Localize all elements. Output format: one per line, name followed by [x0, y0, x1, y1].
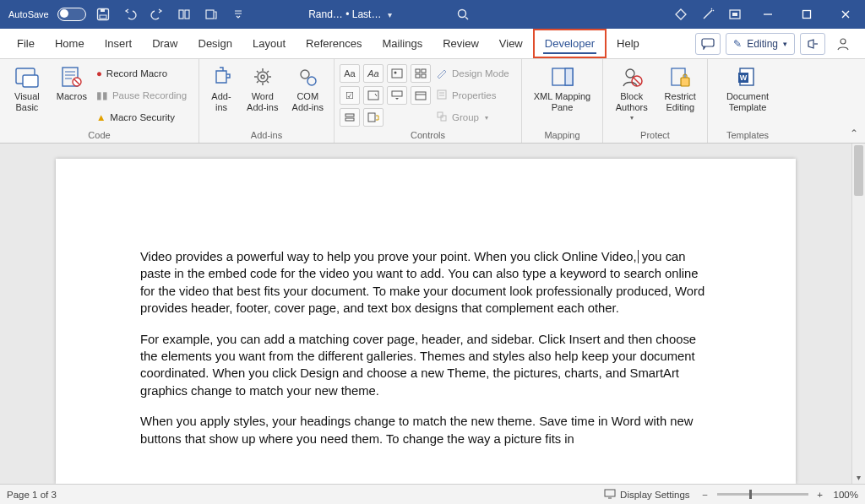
svg-rect-10 [702, 39, 714, 46]
record-macro-button[interactable]: ● Record Macro [95, 64, 193, 83]
design-mode-button[interactable]: Design Mode [434, 64, 516, 83]
scroll-down-icon[interactable]: ▾ [852, 470, 865, 484]
diamond-icon[interactable] [667, 0, 694, 29]
display-settings-button[interactable]: Display Settings [604, 489, 689, 501]
tab-references[interactable]: References [296, 29, 372, 58]
group-addins: Add- ins Word Add-ins COM Add-ins Add-in… [199, 59, 335, 143]
display-settings-icon [604, 489, 616, 501]
svg-point-37 [626, 69, 634, 78]
svg-rect-24 [416, 74, 420, 78]
tab-insert[interactable]: Insert [95, 29, 143, 58]
status-bar: Page 1 of 3 Display Settings − + 100% [0, 484, 865, 504]
ribbon-developer: Visual Basic Macros ● Record Macro ▮▮ Pa… [0, 59, 865, 144]
maximize-button[interactable] [787, 0, 826, 29]
document-template-button[interactable]: W Document Template [718, 62, 777, 112]
svg-rect-31 [368, 113, 375, 122]
comments-button[interactable] [695, 33, 721, 55]
document-page[interactable]: Video provides a powerful way to help yo… [56, 159, 796, 484]
group-mapping: XML Mapping Pane Mapping [522, 59, 603, 143]
control-repeating-icon[interactable] [340, 108, 360, 127]
svg-rect-25 [422, 74, 426, 78]
autosave-toggle[interactable] [57, 8, 86, 21]
block-authors-button[interactable]: Block Authors ▾ [608, 62, 655, 122]
pencil-icon: ✎ [733, 38, 742, 50]
page-indicator[interactable]: Page 1 of 3 [7, 490, 57, 500]
svg-point-17 [261, 75, 264, 79]
svg-rect-30 [345, 118, 354, 121]
svg-rect-5 [206, 10, 214, 19]
zoom-level[interactable]: 100% [834, 490, 858, 500]
tab-help[interactable]: Help [607, 29, 650, 58]
tab-draw[interactable]: Draw [142, 29, 188, 58]
visual-basic-icon [12, 64, 42, 89]
com-addins-button[interactable]: COM Add-ins [286, 62, 329, 112]
design-mode-icon [436, 67, 448, 80]
xml-mapping-icon [547, 64, 578, 89]
svg-rect-26 [368, 91, 378, 100]
para-2: For example, you can add a matching cove… [140, 331, 711, 400]
redo-icon[interactable] [144, 0, 171, 29]
svg-text:W: W [740, 73, 748, 82]
properties-icon [436, 89, 448, 102]
svg-rect-29 [345, 114, 354, 117]
gear-icon [248, 64, 278, 89]
share-button[interactable] [800, 33, 825, 55]
app-mode-icon[interactable] [721, 0, 748, 29]
vertical-scrollbar[interactable]: ▴ ▾ [851, 144, 865, 484]
wand-icon[interactable] [694, 0, 721, 29]
tab-view[interactable]: View [489, 29, 533, 58]
control-datepicker-icon[interactable] [411, 86, 431, 105]
restrict-editing-button[interactable]: Restrict Editing [658, 62, 702, 112]
group-button: Group ▾ [434, 108, 516, 127]
tab-layout[interactable]: Layout [242, 29, 296, 58]
document-title: Rand… • Last… ▾ [252, 8, 449, 20]
account-icon[interactable] [830, 33, 856, 55]
search-icon[interactable] [449, 0, 476, 29]
pause-recording-button: ▮▮ Pause Recording [95, 86, 193, 105]
tab-mailings[interactable]: Mailings [373, 29, 433, 58]
close-button[interactable] [826, 0, 865, 29]
tab-home[interactable]: Home [45, 29, 95, 58]
tab-design[interactable]: Design [188, 29, 242, 58]
tab-file[interactable]: File [7, 29, 45, 58]
control-legacy-icon[interactable] [363, 108, 384, 127]
control-combobox-icon[interactable] [363, 86, 384, 105]
qat-icon-2[interactable] [198, 0, 225, 29]
title-chevron-icon[interactable]: ▾ [388, 10, 392, 19]
visual-basic-button[interactable]: Visual Basic [5, 62, 49, 112]
control-checkbox-icon[interactable]: ☑ [340, 86, 360, 105]
control-picture-icon[interactable] [387, 64, 407, 83]
editing-mode-button[interactable]: ✎ Editing ▾ [726, 33, 795, 55]
save-icon[interactable] [90, 0, 117, 29]
zoom-in-button[interactable]: + [815, 490, 825, 500]
addins-button[interactable]: Add- ins [204, 62, 238, 112]
svg-point-19 [307, 77, 316, 85]
collapse-ribbon-icon[interactable]: ⌃ [850, 127, 858, 139]
macro-security-button[interactable]: ▲ Macro Security [95, 108, 193, 127]
document-area: Video provides a powerful way to help yo… [0, 144, 865, 484]
ribbon-tab-strip: File Home Insert Draw Design Layout Refe… [0, 29, 865, 59]
zoom-slider[interactable] [717, 493, 808, 496]
control-buildingblock-icon[interactable] [411, 64, 431, 83]
qat-icon-1[interactable] [171, 0, 198, 29]
svg-rect-2 [101, 9, 105, 12]
zoom-out-button[interactable]: − [700, 490, 710, 500]
control-richtext-icon[interactable]: Aa [340, 64, 360, 83]
scroll-thumb[interactable] [854, 145, 863, 196]
svg-rect-34 [441, 116, 446, 121]
control-dropdown-icon[interactable] [387, 86, 407, 105]
undo-icon[interactable] [117, 0, 144, 29]
svg-rect-36 [565, 68, 573, 85]
control-plaintext-icon[interactable]: Aa [363, 64, 384, 83]
macros-button[interactable]: Macros [52, 62, 91, 102]
xml-mapping-pane-button[interactable]: XML Mapping Pane [529, 62, 596, 112]
word-addins-button[interactable]: Word Add-ins [242, 62, 284, 112]
svg-rect-13 [23, 75, 38, 87]
tab-developer[interactable]: Developer [533, 29, 607, 58]
doc-title-text: Rand… • Last… [308, 8, 381, 20]
svg-rect-28 [416, 92, 426, 100]
svg-rect-9 [803, 11, 811, 19]
tab-review[interactable]: Review [432, 29, 489, 58]
qat-overflow-icon[interactable] [225, 0, 252, 29]
minimize-button[interactable] [748, 0, 787, 29]
